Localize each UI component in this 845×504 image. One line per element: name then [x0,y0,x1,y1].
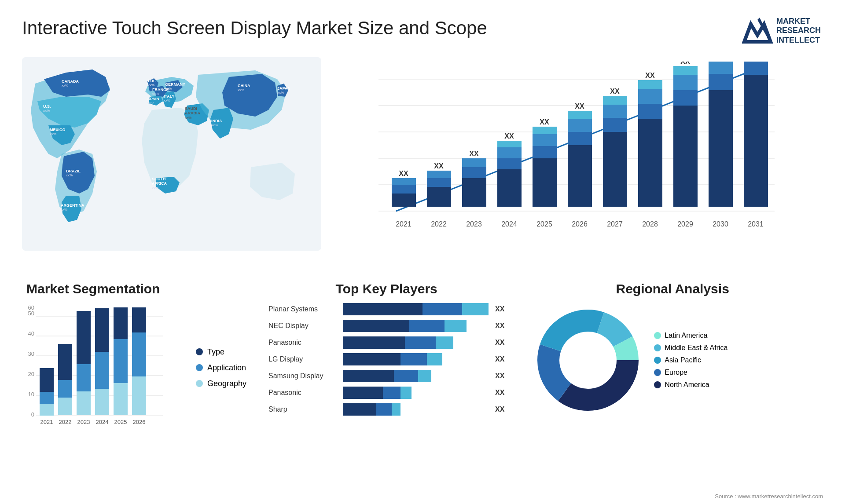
player-row: Sharp XX [268,403,504,416]
seg-legend: Type Application Geography [191,303,246,432]
svg-text:xx%: xx% [238,88,244,92]
player-bar-seg2 [383,387,400,399]
svg-text:2024: 2024 [501,220,517,228]
player-row: NEC Display XX [268,320,504,332]
players-title: Top Key Players [268,281,504,296]
source-text: Source : www.marketresearchintellect.com [715,493,823,500]
svg-text:2027: 2027 [607,220,623,228]
header: Interactive Touch Screen Display Market … [22,13,823,48]
logo-text: MARKET RESEARCH INTELLECT [776,17,821,45]
svg-text:MEXICO: MEXICO [50,128,66,132]
svg-rect-54 [462,178,486,207]
player-bar-seg3 [436,336,453,349]
svg-text:ARABIA: ARABIA [185,111,200,115]
legend-asia-pacific: Asia Pacific [654,356,727,364]
legend-type-label: Type [207,347,224,357]
segmentation-section: Market Segmentation 0 10 20 30 40 50 60 [22,281,251,449]
svg-rect-62 [497,141,522,147]
svg-text:2021: 2021 [40,419,53,425]
content-top: CANADA xx% U.S. xx% MEXICO xx% BRAZIL xx… [22,57,823,268]
map-section: CANADA xx% U.S. xx% MEXICO xx% BRAZIL xx… [22,57,321,268]
svg-text:U.S.: U.S. [43,104,51,109]
svg-rect-61 [497,147,522,158]
svg-rect-45 [392,185,416,194]
legend-latin-america-dot [654,332,661,339]
player-bar [343,353,489,365]
svg-rect-83 [638,119,662,207]
svg-text:XX: XX [434,162,444,170]
svg-rect-118 [40,392,54,404]
player-bar-seg2 [400,353,427,365]
player-bar [343,370,489,382]
svg-rect-74 [568,111,592,119]
player-row: Panasonic XX [268,336,504,349]
svg-text:xx%: xx% [277,91,284,95]
svg-rect-125 [77,391,91,415]
player-bar [343,403,489,416]
svg-text:60: 60 [28,304,34,311]
svg-text:2024: 2024 [96,419,109,425]
player-name: Sharp [268,405,339,413]
svg-text:0: 0 [31,411,34,418]
legend-application: Application [196,363,246,373]
svg-text:xx%: xx% [61,208,67,212]
svg-text:XX: XX [645,72,655,79]
player-bar-seg1 [343,336,405,349]
regional-title: Regional Analysis [531,281,814,296]
svg-rect-117 [40,404,54,416]
svg-text:AFRICA: AFRICA [152,181,167,186]
bar-chart: XX 2021 XX 2022 XX 2023 [339,62,814,255]
player-bar-seg3 [462,303,489,315]
players-section: Top Key Players Planar Systems XX NEC Di… [260,281,513,449]
player-name: Planar Systems [268,305,339,313]
player-row: Samsung Display XX [268,370,504,382]
svg-rect-96 [709,74,733,90]
player-bar [343,336,489,349]
player-bar-seg2 [394,370,418,382]
svg-text:BRAZIL: BRAZIL [66,169,81,173]
player-bar [343,387,489,399]
player-row: Panasonic XX [268,387,504,399]
player-value: XX [495,355,504,363]
svg-text:xx%: xx% [164,99,170,102]
player-bar [343,303,489,315]
svg-text:XX: XX [680,62,690,65]
player-value: XX [495,339,504,347]
svg-text:2022: 2022 [431,220,447,228]
logo-icon [742,15,773,46]
svg-rect-100 [744,75,768,207]
segmentation-chart: 0 10 20 30 40 50 60 [26,303,167,431]
svg-rect-46 [392,178,416,185]
svg-rect-97 [709,62,733,74]
svg-text:xx%: xx% [62,84,68,88]
svg-text:JAPAN: JAPAN [277,86,290,91]
player-bar-seg2 [405,336,436,349]
svg-text:2026: 2026 [572,220,588,228]
svg-point-146 [562,334,614,387]
svg-text:2021: 2021 [396,220,411,228]
svg-text:GERMANY: GERMANY [165,82,185,87]
svg-text:xx%: xx% [185,116,191,120]
legend-asia-pacific-label: Asia Pacific [665,356,701,364]
svg-text:30: 30 [28,351,34,357]
svg-rect-130 [95,352,109,389]
legend-asia-pacific-dot [654,357,661,364]
svg-rect-59 [497,169,522,207]
svg-text:XX: XX [469,150,479,157]
segmentation-title: Market Segmentation [26,281,246,296]
svg-rect-51 [427,171,451,178]
svg-rect-123 [58,344,72,380]
svg-rect-72 [568,132,592,145]
regional-content: Latin America Middle East & Africa Asia … [531,303,814,417]
bar-chart-svg: XX 2021 XX 2022 XX 2023 [339,62,814,246]
content-bottom: Market Segmentation 0 10 20 30 40 50 60 [22,281,823,449]
svg-text:ITALY: ITALY [164,94,175,99]
svg-text:xx%: xx% [50,132,56,136]
svg-rect-95 [709,90,733,207]
player-bar-seg3 [427,353,442,365]
player-row: LG Display XX [268,353,504,365]
svg-rect-119 [40,368,54,392]
svg-text:20: 20 [28,371,34,377]
svg-text:2025: 2025 [114,419,127,425]
regional-section: Regional Analysis [522,281,823,449]
